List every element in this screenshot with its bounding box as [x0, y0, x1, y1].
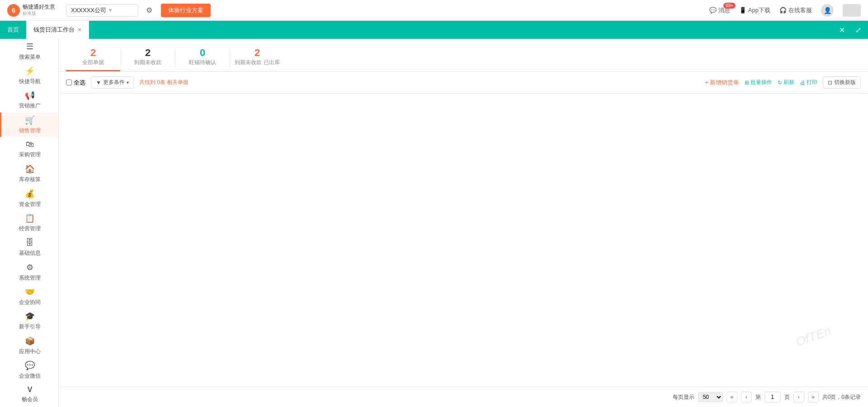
top-right-area: 💬 消息 99+ 📱 App下载 🎧 在线客服 👤: [709, 4, 861, 17]
sidebar-item-sales-label: 销售管理: [19, 127, 41, 135]
prev-page-button[interactable]: ‹: [741, 392, 752, 402]
company-name: XXXXXX公司: [71, 6, 106, 14]
print-label: 打印: [807, 79, 817, 86]
stat-all-count: 2: [90, 48, 96, 58]
stat-tab-wangpu[interactable]: 0 旺铺待确认: [175, 44, 230, 71]
message-icon: 💬: [709, 7, 717, 14]
sidebar-item-member-label: 畅会员: [22, 396, 38, 403]
switch-icon: ⊡: [828, 80, 832, 86]
logo-icon: 6: [7, 4, 20, 17]
tab-workbench[interactable]: 钱货日清工作台 ✕: [26, 21, 89, 39]
sidebar-item-system[interactable]: ⚙ 系统管理: [0, 260, 58, 284]
tab-navigation: 首页 钱货日清工作台 ✕ ✕ ⤢: [0, 21, 868, 39]
sidebar-item-guide[interactable]: 🎓 新手引导: [0, 309, 58, 333]
sidebar-item-purchase[interactable]: 🛍 采购管理: [0, 137, 58, 161]
tab-close-button[interactable]: ✕: [77, 27, 82, 33]
refresh-button[interactable]: ↻ 刷新: [778, 79, 794, 86]
tab-close-all-button[interactable]: ✕: [835, 23, 848, 36]
stat-tab-all[interactable]: 2 全部单据: [66, 44, 120, 71]
page-suffix: 页: [784, 393, 790, 401]
top-bar: 6 畅捷通好生意 标准版 XXXXXX公司 ▼ ⚙ 体验行业方案 💬 消息 99…: [0, 0, 868, 21]
select-all-checkbox[interactable]: 全选: [66, 79, 85, 87]
next-page-icon: ›: [798, 394, 800, 400]
print-icon: 🖨: [800, 80, 805, 86]
sidebar-item-operation-label: 经营管理: [19, 225, 41, 233]
switch-version-button[interactable]: ⊡ 切换新版: [823, 76, 861, 89]
sidebar-item-marketing-label: 营销推广: [19, 102, 41, 110]
marketing-icon: 📢: [25, 90, 35, 100]
stat-wangpu-label: 旺铺待确认: [189, 59, 216, 66]
last-page-button[interactable]: »: [808, 392, 819, 402]
tab-home[interactable]: 首页: [0, 21, 26, 39]
stat-shipped-label: 到期未收款 已出库: [235, 59, 279, 66]
stat-shipped-count: 2: [255, 48, 260, 58]
add-sales-order-button[interactable]: + 新增销货单: [705, 79, 739, 87]
stat-overdue-label: 到期未收款: [134, 59, 161, 66]
add-btn-label: 新增销货单: [710, 79, 739, 87]
avatar[interactable]: 👤: [821, 4, 834, 17]
sidebar-item-wechat[interactable]: 💬 企业微信: [0, 358, 58, 382]
purchase-icon: 🛍: [26, 140, 34, 149]
batch-operation-button[interactable]: ⊞ 批量操作: [745, 79, 772, 86]
filter-button[interactable]: ▼ 更多条件 ▾: [91, 76, 134, 89]
message-badge: 99+: [723, 3, 736, 9]
trial-button[interactable]: 体验行业方案: [161, 4, 211, 17]
sidebar-item-operation[interactable]: 📋 经营管理: [0, 211, 58, 235]
stat-all-label: 全部单据: [82, 59, 104, 66]
prev-page-icon: ‹: [745, 394, 747, 400]
page-number-input[interactable]: [764, 392, 781, 402]
total-records: 共0页，0条记录: [822, 393, 861, 401]
inventory-icon: 🏠: [25, 164, 35, 174]
per-page-select[interactable]: 50 100 200: [698, 392, 723, 402]
sidebar-item-inventory[interactable]: 🏠 库存核算: [0, 162, 58, 186]
select-all-input[interactable]: [66, 80, 72, 85]
online-service-button[interactable]: 🎧 在线客服: [779, 6, 812, 14]
first-page-button[interactable]: «: [726, 392, 737, 402]
stat-wangpu-count: 0: [200, 48, 205, 58]
sidebar-item-inventory-label: 库存核算: [19, 176, 41, 183]
system-icon: ⚙: [26, 262, 33, 272]
message-button[interactable]: 💬 消息 99+: [709, 6, 730, 14]
sidebar-item-search[interactable]: ☰ 搜索菜单: [0, 39, 58, 63]
plus-icon: +: [705, 79, 708, 86]
sidebar-item-search-label: 搜索菜单: [19, 53, 41, 61]
stat-tab-shipped[interactable]: 2 到期未收款 已出库: [230, 44, 284, 71]
app-download-button[interactable]: 📱 App下载: [739, 6, 770, 14]
sidebar-item-collab[interactable]: 🤝 企业协同: [0, 284, 58, 309]
next-page-button[interactable]: ›: [793, 392, 804, 402]
company-selector[interactable]: XXXXXX公司 ▼: [66, 4, 138, 17]
operation-icon: 📋: [25, 213, 35, 223]
batch-icon: ⊞: [745, 80, 749, 86]
filter-chevron-icon: ▾: [127, 80, 129, 85]
sidebar-item-quicknav[interactable]: ⚡ 快捷导航: [0, 63, 58, 88]
sidebar-item-appstore-label: 应用中心: [19, 348, 41, 356]
sidebar-item-collab-label: 企业协同: [19, 299, 41, 306]
stat-overdue-count: 2: [145, 48, 151, 58]
sidebar-item-member[interactable]: V 畅会员: [0, 383, 58, 407]
sidebar-item-basic[interactable]: 🗄 基础信息: [0, 235, 58, 260]
found-text: 共找到 0条 相关单据: [139, 79, 189, 86]
sidebar-item-sales[interactable]: 🛒 销售管理: [0, 112, 58, 137]
batch-label: 批量操作: [750, 79, 772, 86]
filter-label: 更多条件: [103, 79, 125, 86]
stat-tab-overdue[interactable]: 2 到期未收款: [121, 44, 175, 71]
tab-workbench-label: 钱货日清工作台: [33, 26, 75, 34]
gear-icon: ⚙: [146, 6, 152, 14]
found-prefix: 共找到: [139, 79, 156, 85]
sidebar-item-quicknav-label: 快捷导航: [19, 78, 41, 85]
collab-icon: 🤝: [25, 287, 35, 297]
tab-expand-button[interactable]: ⤢: [852, 23, 864, 36]
sidebar-item-basic-label: 基础信息: [19, 249, 41, 257]
settings-button[interactable]: ⚙: [142, 3, 156, 18]
user-name-area[interactable]: [843, 4, 861, 17]
logo-name: 畅捷通好生意: [23, 4, 55, 11]
per-page-label: 每页显示: [673, 393, 694, 401]
print-button[interactable]: 🖨 打印: [800, 79, 817, 86]
logo-area: 6 畅捷通好生意 标准版: [7, 4, 66, 17]
found-count: 0条: [157, 79, 167, 85]
sidebar-item-marketing[interactable]: 📢 营销推广: [0, 88, 58, 112]
sidebar-item-appstore[interactable]: 📦 应用中心: [0, 333, 58, 358]
sidebar-item-finance[interactable]: 💰 资金管理: [0, 186, 58, 211]
chevron-down-icon: ▼: [108, 8, 113, 13]
member-icon: V: [28, 386, 33, 394]
